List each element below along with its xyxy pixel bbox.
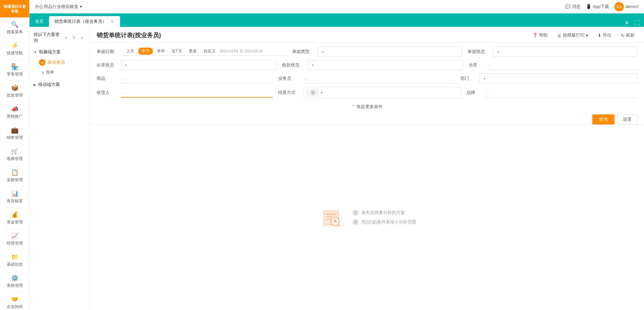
left-panel-header: 按以下方案查询 ＋ ✎ « [30, 30, 90, 46]
empty-tip-2: 2 用[过滤]条件来缩小分析范围 [353, 219, 416, 225]
export-label: 导出 [603, 32, 611, 38]
top-header-right: 💬 消息 📱 App下载 Ea demo2 [565, 2, 639, 11]
mobile-arrow-icon: ▶ [34, 83, 36, 87]
settlement-tag: ✕ [307, 89, 318, 96]
brand-control[interactable]: … [485, 88, 637, 98]
expand-tab-action[interactable]: ⛶ [633, 19, 641, 27]
desktop-plan-label: 电脑端方案 [39, 49, 61, 55]
close-tab-action[interactable]: ✕ [623, 19, 631, 27]
filter-row-4: 收货人 … 结算方式 ✕ ▾ 品牌 [97, 87, 637, 98]
collapse-btn[interactable]: ⌃ 收起更多条件 [90, 102, 644, 112]
sidebar-label-basic-info: 基础信息 [7, 262, 23, 267]
sidebar-item-stock[interactable]: 📊库存核算 [5, 187, 24, 208]
sidebar-item-system[interactable]: ⚙️系统管理 [5, 271, 24, 292]
print-icon: 🖨 [557, 33, 561, 38]
company-selector[interactable]: 办公用品行业模拟账套 ▾ [35, 4, 82, 10]
svg-rect-2 [326, 213, 336, 215]
doc-type-control[interactable]: ▾ [318, 47, 462, 57]
settlement-control[interactable]: ✕ ▾ [304, 87, 462, 98]
stock-arrow-icon: ▾ [125, 63, 127, 67]
empty-state: 1 请先选择要分析的方案 2 用[过滤]条件来缩小分析范围 [318, 204, 416, 231]
plan-item-by-salesman[interactable]: ● 按业务员 [30, 57, 90, 68]
sidebar-item-operations[interactable]: 📈经营管理 [5, 229, 24, 250]
sidebar-label-retail: 零售管理 [7, 71, 23, 77]
print-btn[interactable]: 🖨 按模板打印 ▾ [554, 31, 591, 40]
product-placeholder: … [121, 76, 125, 81]
settlement-tag-close[interactable]: ✕ [310, 90, 316, 95]
collapse-panel-icon[interactable]: « [79, 34, 86, 41]
tip-text-1: 请先选择要分析的方案 [361, 210, 405, 216]
doc-status-arrow-icon: ▾ [497, 50, 499, 54]
sidebar-item-purchase[interactable]: 📋采购管理 [5, 165, 24, 187]
tab-bar: 首页销货单统计表（按业务员）✕ ✕ ⛶ [30, 13, 644, 27]
brand-placeholder: … [485, 90, 490, 95]
left-panel: 按以下方案查询 ＋ ✎ « ▼ 电脑端方案 ● 按业务员 ≡ 按单 [30, 27, 90, 310]
department-control[interactable]: ▾ [479, 73, 637, 84]
tip-num-2: 2 [353, 219, 359, 225]
sales-icon: 💼 [11, 126, 18, 134]
sidebar-item-sales[interactable]: 💼销售管理 [5, 123, 24, 144]
edit-plan-icon[interactable]: ✎ [71, 34, 77, 41]
sidebar-label-operations: 经营管理 [7, 241, 23, 246]
payment-status-label: 收款状态 [282, 62, 302, 68]
add-plan-icon[interactable]: ＋ [63, 34, 69, 41]
app-download-btn[interactable]: 📱 App下载 [586, 4, 609, 10]
sidebar-item-enterprise[interactable]: 🤝企业协同 [5, 292, 24, 310]
export-btn[interactable]: ⬇ 导出 [595, 31, 614, 40]
query-btn[interactable]: 查询 [592, 114, 614, 124]
last-7days-btn[interactable]: 近7天 [169, 48, 185, 55]
system-icon: ⚙️ [11, 274, 18, 282]
this-month-btn[interactable]: 本月 [138, 48, 153, 55]
sidebar-item-ecommerce[interactable]: 🛒电商管理 [5, 144, 24, 165]
help-btn[interactable]: ❓ 帮助 [530, 31, 550, 40]
salesman-control[interactable]: … [304, 73, 455, 84]
sidebar-item-basic-info[interactable]: 📁基础信息 [5, 250, 24, 271]
avatar-initials: Ea [617, 4, 622, 9]
sidebar: 畅捷通好生意 标版 🔍搜索菜单⚡快捷导航🏪零售管理📦批发管理📣营销推广💼销售管理… [0, 0, 30, 310]
product-control[interactable]: … [121, 73, 273, 84]
sidebar-item-finance[interactable]: 💰资金管理 [5, 208, 24, 229]
payment-status-control[interactable]: ▾ [308, 60, 464, 70]
top-header: 办公用品行业模拟账套 ▾ 💬 消息 📱 App下载 Ea demo2 [30, 0, 644, 13]
tab-home[interactable]: 首页 [30, 16, 49, 27]
sidebar-item-quick-nav[interactable]: ⚡快捷导航 [5, 39, 24, 60]
plan-sub-item-by-order[interactable]: ≡ 按单 [30, 68, 90, 77]
mobile-plan-header[interactable]: ▶ 移动端方案 [30, 80, 90, 90]
sidebar-item-retail[interactable]: 🏪零售管理 [5, 60, 24, 81]
tab-close-sales-stat[interactable]: ✕ [109, 19, 115, 24]
left-panel-icons: ＋ ✎ « [63, 34, 86, 41]
settlement-arrow-icon: ▾ [321, 91, 323, 95]
refresh-btn[interactable]: ↻ 刷新 [618, 31, 637, 40]
this-year-btn[interactable]: 本年 [154, 48, 168, 55]
tab-sales-stat[interactable]: 销货单统计表（按业务员）✕ [49, 16, 120, 27]
finance-icon: 💰 [11, 211, 18, 218]
department-label: 部门 [461, 75, 474, 82]
sidebar-item-wholesale[interactable]: 📦批发管理 [5, 81, 24, 102]
custom-btn[interactable]: 自定义 [201, 48, 218, 55]
receiver-control[interactable]: … [121, 88, 273, 98]
collapse-icon: ⌃ [352, 104, 355, 109]
section-arrow-icon: ▼ [34, 50, 37, 54]
desktop-plan-section: ▼ 电脑端方案 ● 按业务员 ≡ 按单 [30, 46, 90, 78]
order-plan-label: 按单 [46, 69, 54, 75]
last-month-btn[interactable]: 上月 [123, 48, 137, 55]
settings-btn[interactable]: 设置 [617, 114, 637, 124]
sidebar-label-ecommerce: 电商管理 [7, 156, 23, 162]
more-btn[interactable]: 更多 [186, 48, 200, 55]
doc-status-control[interactable]: ▾ [493, 47, 638, 57]
stock-status-label: 出库状态 [97, 62, 115, 68]
messages-btn[interactable]: 💬 消息 [565, 4, 581, 10]
help-icon: ❓ [532, 33, 538, 38]
salesman-label: 业务员 [278, 75, 298, 82]
search-icon: 🔍 [11, 21, 18, 28]
desktop-plan-header[interactable]: ▼ 电脑端方案 [30, 47, 90, 57]
app-logo: 畅捷通好生意 标版 [0, 0, 30, 17]
warehouse-control[interactable]: … [487, 60, 637, 70]
sidebar-item-search[interactable]: 🔍搜索菜单 [5, 17, 24, 39]
tip-num-1: 1 [353, 210, 359, 216]
user-avatar[interactable]: Ea demo2 [614, 2, 639, 11]
mobile-plan-section: ▶ 移动端方案 [30, 78, 90, 91]
sidebar-item-marketing[interactable]: 📣营销推广 [5, 102, 24, 123]
sidebar-label-enterprise: 企业协同 [7, 304, 23, 310]
stock-status-control[interactable]: ▾ [121, 60, 277, 70]
